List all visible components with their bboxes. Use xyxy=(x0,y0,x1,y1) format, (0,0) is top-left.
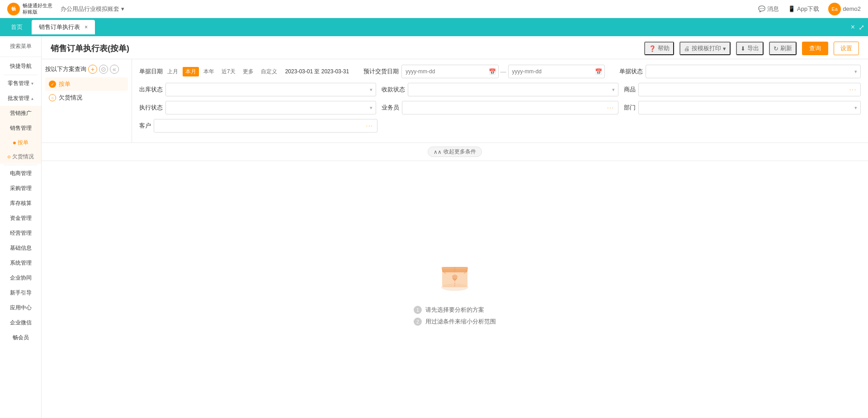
sidebar-item-ecommerce[interactable]: 电商管理 xyxy=(0,166,41,181)
order-status-select-wrap xyxy=(646,65,861,78)
plan-item-shortage[interactable]: ○ 欠货情况 xyxy=(45,91,128,104)
print-icon: 🖨 xyxy=(684,45,690,52)
add-plan-button[interactable]: + xyxy=(88,65,97,74)
filter-row-status: 出库状态 收款状态 xyxy=(139,83,861,96)
date-range-display: 2023-03-01 至 2023-03-31 xyxy=(285,68,349,76)
filter-group-order-status: 单据状态 xyxy=(619,65,861,78)
tab-sales-order[interactable]: 销售订单执行表 × xyxy=(32,20,95,34)
account-dropdown[interactable]: 办公用品行业模拟账套 ▾ xyxy=(57,3,128,15)
sidebar-item-newbie[interactable]: 新手引导 xyxy=(0,285,41,300)
collapse-bar: ∧∧ 收起更多条件 xyxy=(42,143,868,161)
sidebar-item-marketing[interactable]: 营销推广 xyxy=(0,106,41,121)
date-quick-filters: 上月 本月 本年 近7天 更多 自定义 xyxy=(165,67,280,76)
sidebar-item-inventory[interactable]: 库存核算 xyxy=(0,196,41,211)
chevron-down-icon: ▾ xyxy=(121,5,124,12)
tab-home[interactable]: 首页 xyxy=(4,20,30,34)
exec-status-label: 执行状态 xyxy=(139,104,163,112)
sidebar-item-system[interactable]: 系统管理 xyxy=(0,256,41,271)
expected-date-range: 📅 — 📅 xyxy=(401,65,605,78)
filter-group-salesperson: 业务员 ··· xyxy=(382,101,618,114)
plan-item-by-order[interactable]: ✓ 按单 xyxy=(45,77,128,91)
date-last-month[interactable]: 上月 xyxy=(165,67,181,76)
refresh-button[interactable]: ↻ 刷新 xyxy=(769,42,797,55)
sidebar-item-basics[interactable]: 基础信息 xyxy=(0,241,41,256)
sidebar-item-wholesale[interactable]: 批发管理 ▴ xyxy=(0,91,41,106)
payment-status-label: 收款状态 xyxy=(382,86,405,94)
date-label: 单据日期 xyxy=(139,67,163,76)
sidebar-sub-items: 按单 欠货情况 xyxy=(0,136,41,164)
export-button[interactable]: ⬇ 导出 xyxy=(736,42,764,55)
empty-tip-1: 1 请先选择要分析的方案 xyxy=(414,306,496,314)
order-status-select[interactable] xyxy=(646,65,861,78)
sidebar-item-member[interactable]: 畅会员 xyxy=(0,330,41,345)
date-this-month[interactable]: 本月 xyxy=(183,67,199,76)
date-more[interactable]: 更多 xyxy=(240,67,256,76)
settings-button[interactable]: 设置 xyxy=(834,42,859,55)
delivery-status-select[interactable] xyxy=(165,83,376,96)
close-window-icon[interactable]: × xyxy=(851,23,855,31)
main-layout: 搜索菜单 快捷导航 零售管理 ▾ 批发管理 ▴ 营销推广 销售管理 xyxy=(0,36,868,418)
filter-left: 按以下方案查询 + ⊙ « ✓ 按单 ○ 欠货情况 xyxy=(42,59,132,142)
search-menu-button[interactable]: 搜索菜单 xyxy=(4,40,38,53)
tab-close-icon[interactable]: × xyxy=(85,24,88,30)
empty-tip-2: 2 用过滤条件来缩小分析范围 xyxy=(414,318,496,326)
page-actions: ❓ 帮助 🖨 按模板打印 ▾ ⬇ 导出 ↻ 刷新 查询 设置 xyxy=(644,42,859,55)
empty-illustration xyxy=(432,253,477,299)
chevron-icon: ▾ xyxy=(31,81,33,86)
sidebar-item-quick-nav[interactable]: 快捷导航 xyxy=(0,59,41,74)
filter-row-exec: 执行状态 业务员 ··· 部门 xyxy=(139,101,861,114)
top-nav: 畅 畅捷通好生意 标账版 办公用品行业模拟账套 ▾ 💬 消息 📱 App下载 E… xyxy=(0,0,868,18)
print-button[interactable]: 🖨 按模板打印 ▾ xyxy=(679,42,731,55)
collapse-sidebar-button[interactable]: « xyxy=(110,65,119,74)
sidebar-sub-item-by-order[interactable]: 按单 xyxy=(0,136,41,150)
sidebar: 搜索菜单 快捷导航 零售管理 ▾ 批发管理 ▴ 营销推广 销售管理 xyxy=(0,36,42,418)
sidebar-item-operations[interactable]: 经营管理 xyxy=(0,226,41,241)
sidebar-item-finance[interactable]: 资金管理 xyxy=(0,211,41,226)
calendar-end-icon: 📅 xyxy=(595,68,602,75)
customer-input[interactable]: ··· xyxy=(154,119,377,133)
app-download-button[interactable]: 📱 App下载 xyxy=(788,5,819,13)
expected-date-start[interactable] xyxy=(401,65,498,78)
filter-right: 单据日期 上月 本月 本年 近7天 更多 自定义 2023-03-01 至 20… xyxy=(132,59,868,142)
payment-status-select-wrap xyxy=(408,83,618,96)
payment-status-select[interactable] xyxy=(408,83,618,96)
salesperson-dots: ··· xyxy=(607,104,614,111)
query-button[interactable]: 查询 xyxy=(802,42,828,55)
logo-text: 畅捷通好生意 标账版 xyxy=(23,3,52,14)
help-button[interactable]: ❓ 帮助 xyxy=(644,42,674,55)
maximize-icon[interactable]: ⤢ xyxy=(859,23,864,32)
calendar-start-icon: 📅 xyxy=(489,68,496,75)
message-button[interactable]: 💬 消息 xyxy=(758,5,779,13)
edit-plan-button[interactable]: ⊙ xyxy=(99,65,108,74)
date-this-year[interactable]: 本年 xyxy=(201,67,217,76)
sidebar-item-app-center[interactable]: 应用中心 xyxy=(0,300,41,315)
tip-num-1: 1 xyxy=(414,306,422,314)
date-custom[interactable]: 自定义 xyxy=(258,67,280,76)
message-icon: 💬 xyxy=(758,5,765,12)
sidebar-item-sales[interactable]: 销售管理 xyxy=(0,121,41,136)
top-nav-left: 畅 畅捷通好生意 标账版 办公用品行业模拟账套 ▾ xyxy=(7,3,128,15)
department-label: 部门 xyxy=(624,104,636,112)
sidebar-sub-wholesale: 营销推广 销售管理 xyxy=(0,106,41,136)
department-select[interactable] xyxy=(638,101,861,114)
goods-input[interactable]: ··· xyxy=(638,83,861,96)
sidebar-item-purchase[interactable]: 采购管理 xyxy=(0,181,41,196)
filter-group-expected-date: 预计交货日期 📅 — 📅 xyxy=(363,65,605,78)
filter-area: 按以下方案查询 + ⊙ « ✓ 按单 ○ 欠货情况 xyxy=(42,59,868,143)
filter-group-delivery: 出库状态 xyxy=(139,83,376,96)
sidebar-sub-item-shortage[interactable]: 欠货情况 xyxy=(0,150,41,164)
sidebar-item-wechat[interactable]: 企业微信 xyxy=(0,315,41,330)
salesperson-input[interactable]: ··· xyxy=(402,101,618,114)
filter-row-date: 单据日期 上月 本月 本年 近7天 更多 自定义 2023-03-01 至 20… xyxy=(139,65,861,78)
expected-date-end[interactable] xyxy=(508,65,605,78)
sidebar-item-retail[interactable]: 零售管理 ▾ xyxy=(0,76,41,91)
delivery-status-label: 出库状态 xyxy=(139,86,163,94)
sidebar-search: 搜索菜单 xyxy=(0,36,41,57)
goods-multi-dots: ··· xyxy=(849,86,857,93)
delivery-status-select-wrap xyxy=(165,83,376,96)
collapse-button[interactable]: ∧∧ 收起更多条件 xyxy=(428,147,482,157)
exec-status-select[interactable] xyxy=(165,101,376,114)
sidebar-item-enterprise[interactable]: 企业协同 xyxy=(0,271,41,285)
user-menu[interactable]: Ea demo2 xyxy=(828,3,861,15)
date-last-7-days[interactable]: 近7天 xyxy=(219,67,238,76)
